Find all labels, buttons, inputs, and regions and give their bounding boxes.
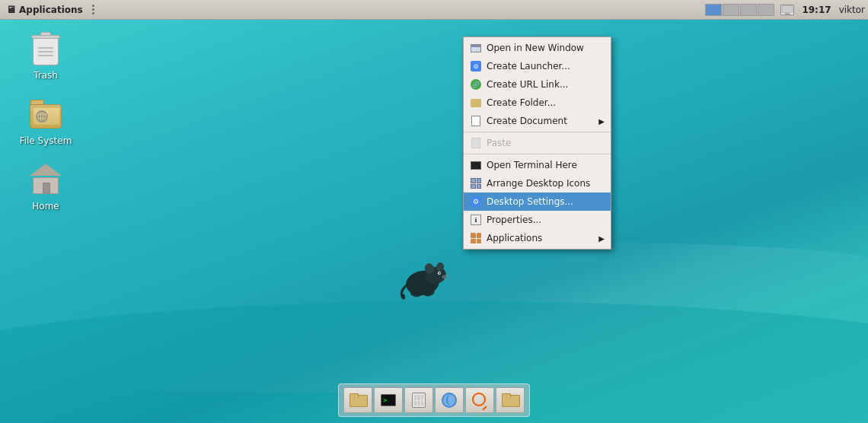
taskbar-search-icon — [472, 393, 487, 408]
workspace-1[interactable] — [705, 4, 722, 16]
calc-key3 — [421, 395, 423, 400]
calc-key4 — [414, 401, 416, 406]
svg-point-11 — [439, 272, 441, 274]
workspace-4[interactable] — [758, 4, 774, 16]
workspace-3[interactable] — [740, 4, 757, 16]
filesystem-graphic — [30, 100, 62, 129]
menu-label-paste: Paste — [487, 138, 511, 148]
trash-line2 — [38, 51, 53, 52]
panel-grip — [89, 5, 97, 14]
applications-menu-icon: 🖥 — [6, 4, 16, 15]
taskbar-button-search[interactable] — [465, 387, 494, 413]
taskbar-button-files2[interactable] — [496, 387, 525, 413]
taskbar-folder2-icon — [502, 393, 519, 407]
menu-label-desktop-settings: Desktop Settings... — [487, 196, 573, 207]
top-panel: 🖥 Applications 19:17 viktor — [0, 0, 868, 20]
desktop-icons: Trash File System — [15, 30, 76, 212]
arrange-cell4 — [477, 184, 482, 189]
menu-icon-arrange — [470, 177, 482, 189]
menu-icon-window — [470, 42, 482, 54]
home-icon-img — [27, 161, 64, 198]
workspace-switcher[interactable] — [705, 4, 774, 16]
username: viktor — [839, 5, 865, 15]
menu-label-create-document: Create Document — [487, 116, 567, 126]
arrange-cell1 — [471, 178, 476, 183]
house-door — [43, 183, 50, 193]
taskbar-button-files[interactable] — [343, 387, 372, 413]
menu-item-properties[interactable]: ℹ Properties... — [464, 211, 611, 229]
workspace-2[interactable] — [723, 4, 739, 16]
settings-icon: ⚙ — [471, 196, 481, 207]
menu-label-open-new-window: Open in New Window — [487, 43, 584, 53]
trash-icon-img — [27, 30, 64, 67]
folder-body — [30, 104, 62, 129]
desktop — [0, 0, 868, 423]
menu-label-create-url: Create URL Link... — [487, 79, 568, 90]
menu-item-open-terminal[interactable]: Open Terminal Here — [464, 156, 611, 174]
menu-item-paste[interactable]: Paste — [464, 134, 611, 152]
paste-icon — [471, 138, 480, 148]
house-roof — [30, 164, 62, 176]
home-graphic — [30, 164, 62, 196]
menu-item-open-new-window[interactable]: Open in New Window — [464, 39, 611, 57]
taskbar-button-calc[interactable] — [404, 387, 433, 413]
menu-item-create-launcher[interactable]: ⚙ Create Launcher... — [464, 57, 611, 75]
trash-label: Trash — [34, 70, 58, 81]
home-icon-item[interactable]: Home — [15, 161, 76, 212]
url-icon: 🔗 — [471, 79, 481, 90]
doc-icon — [471, 116, 480, 126]
home-label: Home — [32, 201, 59, 212]
calc-key1 — [414, 395, 416, 400]
menu-item-create-url[interactable]: 🔗 Create URL Link... — [464, 75, 611, 94]
dot1 — [92, 5, 94, 7]
applications-arrow: ▶ — [598, 234, 605, 243]
menu-item-create-document[interactable]: Create Document ▶ — [464, 112, 611, 130]
taskbar-globe-icon — [442, 393, 457, 408]
menu-icon-paste — [470, 137, 482, 149]
menu-label-create-launcher: Create Launcher... — [487, 61, 570, 72]
bottom-taskbar — [338, 383, 530, 417]
filesystem-icon-img — [27, 96, 64, 132]
menu-label-open-terminal: Open Terminal Here — [487, 160, 577, 170]
taskbar-button-terminal[interactable] — [374, 387, 403, 413]
menu-item-create-folder[interactable]: Create Folder... — [464, 94, 611, 112]
calc-key5 — [417, 401, 420, 406]
launcher-icon: ⚙ — [471, 61, 481, 72]
clock: 19:17 — [802, 5, 831, 15]
dot3 — [92, 12, 94, 14]
arrange-cell2 — [477, 178, 482, 183]
monitor-icon — [780, 5, 794, 15]
svg-line-17 — [444, 278, 449, 280]
props-icon: ℹ — [471, 215, 481, 225]
menu-icon-props: ℹ — [470, 214, 482, 226]
folder-inner — [34, 108, 59, 125]
filesystem-svg — [36, 110, 57, 123]
menu-label-create-folder: Create Folder... — [487, 97, 556, 108]
trash-graphic — [31, 32, 60, 65]
menu-icon-settings: ⚙ — [470, 196, 482, 208]
trash-line1 — [38, 47, 53, 49]
menu-label-applications: Applications — [487, 233, 542, 243]
menu-icon-url: 🔗 — [470, 78, 482, 91]
apps-cell2 — [477, 233, 482, 238]
filesystem-icon-item[interactable]: File System — [15, 96, 76, 146]
taskbar-button-globe[interactable] — [435, 387, 464, 413]
applications-menu-button[interactable]: 🖥 Applications — [0, 0, 89, 19]
menu-item-desktop-settings[interactable]: ⚙ Desktop Settings... — [464, 192, 611, 211]
mouse-svg — [396, 259, 449, 301]
menu-item-applications[interactable]: Applications ▶ — [464, 229, 611, 247]
apps-cell3 — [471, 239, 476, 244]
trash-icon-item[interactable]: Trash — [15, 30, 76, 81]
window-icon — [471, 44, 481, 52]
menu-separator-2 — [464, 154, 611, 154]
svg-rect-1 — [785, 13, 790, 14]
calc-key2 — [417, 395, 420, 400]
arrange-cell3 — [471, 184, 476, 189]
menu-icon-launcher: ⚙ — [470, 60, 482, 72]
menu-item-arrange-icons[interactable]: Arrange Desktop Icons — [464, 174, 611, 192]
menu-separator-1 — [464, 132, 611, 132]
taskbar-folder-icon — [349, 393, 366, 407]
house-body — [33, 177, 59, 194]
mouse-mascot — [396, 259, 457, 304]
applications-menu-label: Applications — [19, 5, 83, 15]
